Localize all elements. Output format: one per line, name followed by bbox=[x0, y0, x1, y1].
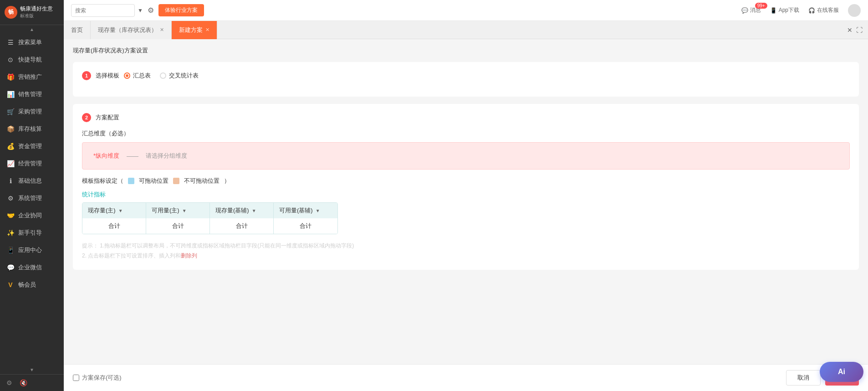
step2-number: 2 bbox=[82, 113, 91, 122]
step1-title: 选择模板 bbox=[96, 72, 119, 80]
user-avatar[interactable] bbox=[848, 4, 861, 17]
sidebar-item-finance[interactable]: 💰 资金管理 bbox=[0, 138, 64, 155]
tab-fullscreen-button[interactable]: ⛶ bbox=[856, 26, 863, 34]
ai-float-button[interactable]: Ai bbox=[820, 362, 863, 382]
appstore-icon: 📱 bbox=[6, 246, 15, 254]
radio-cross-label: 交叉统计表 bbox=[169, 72, 199, 80]
step2-header: 2 方案配置 bbox=[82, 113, 850, 122]
message-badge: 99+ bbox=[755, 3, 767, 9]
sidebar-item-label: 企业协同 bbox=[18, 211, 42, 220]
tip-2: 2. 点击标题栏下拉可设置排序、插入列和删除列 bbox=[82, 251, 850, 261]
topbar-settings-button[interactable]: ⚙ bbox=[148, 6, 154, 15]
indicator-fixed-label: 不可拖动位置 bbox=[184, 177, 220, 185]
sidebar-item-marketing[interactable]: 🎁 营销推广 bbox=[0, 68, 64, 86]
search-dropdown-button[interactable]: ▼ bbox=[138, 7, 143, 14]
sidebar-item-search[interactable]: ☰ 搜索菜单 bbox=[0, 34, 64, 51]
dimension-placeholder: 请选择分组维度 bbox=[146, 152, 187, 160]
sidebar-item-management[interactable]: 📈 经营管理 bbox=[0, 155, 64, 172]
topbar-search-area: ▼ bbox=[71, 4, 143, 17]
col-chevron-0[interactable]: ▼ bbox=[118, 208, 123, 213]
tab-expand-area: ✕ ⛶ bbox=[842, 26, 868, 34]
sidebar-item-wechat[interactable]: 💬 企业微信 bbox=[0, 259, 64, 276]
wechat-icon: 💬 bbox=[6, 263, 15, 272]
stats-table-body: 合计 合计 合计 合计 bbox=[82, 218, 337, 234]
indicator-settings-label: 模板指标设定（ bbox=[82, 177, 123, 185]
col-chevron-1[interactable]: ▼ bbox=[182, 208, 187, 213]
indicator-draggable-label: 可拖动位置 bbox=[139, 177, 168, 185]
tips-section: 提示： 1.拖动标题栏可以调整布局，不可跨维度或指标区域拖动栏目字段(只能在同一… bbox=[82, 241, 850, 261]
stats-col-body-1: 合计 bbox=[146, 218, 210, 234]
sidebar-item-enterprise[interactable]: 🤝 企业协同 bbox=[0, 207, 64, 224]
ai-float-label: Ai bbox=[838, 368, 845, 376]
tab-inventory-label: 现存量（库存状况表） bbox=[98, 26, 157, 34]
purchase-icon: 🛒 bbox=[6, 108, 15, 116]
radio-cross-circle bbox=[160, 72, 166, 79]
step2-card: 2 方案配置 汇总维度（必选） *纵向维度 —— 请选择分组维度 模板指标设定（… bbox=[73, 104, 859, 270]
sidebar-item-inventory[interactable]: 📦 库存核算 bbox=[0, 120, 64, 138]
col-chevron-3[interactable]: ▼ bbox=[316, 208, 320, 213]
tab-new-plan[interactable]: 新建方案 ✕ bbox=[172, 21, 217, 39]
dimension-box[interactable]: *纵向维度 —— 请选择分组维度 bbox=[82, 142, 850, 170]
sidebar-item-label: 系统管理 bbox=[18, 194, 42, 202]
app-logo-icon: 畅 bbox=[5, 6, 17, 19]
settings-footer-icon[interactable]: ⚙ bbox=[6, 379, 12, 386]
sidebar-item-label: 经营管理 bbox=[18, 159, 42, 168]
save-label: 方案保存(可选) bbox=[82, 374, 122, 382]
management-icon: 📈 bbox=[6, 159, 15, 168]
sidebar-item-sales[interactable]: 📊 销售管理 bbox=[0, 86, 64, 103]
cancel-button[interactable]: 取消 bbox=[786, 370, 821, 386]
tab-new-plan-close-icon[interactable]: ✕ bbox=[205, 27, 209, 33]
stats-table-header: 现存量(主) ▼ 可用量(主) ▼ 现存量(基辅) ▼ 可用量(基辅) bbox=[82, 203, 337, 218]
sidebar-scroll-up[interactable]: ▲ bbox=[0, 25, 64, 34]
radio-cross-table[interactable]: 交叉统计表 bbox=[160, 72, 199, 80]
sidebar-item-label: 畅会员 bbox=[18, 281, 36, 289]
tab-inventory-close-icon[interactable]: ✕ bbox=[160, 27, 164, 33]
sidebar-logo: 畅 畅康通好生意 标准版 bbox=[0, 0, 64, 25]
sidebar-item-shortcuts[interactable]: ⊙ 快捷导航 bbox=[0, 51, 64, 68]
stats-col-label-1: 可用量(主) bbox=[152, 206, 179, 215]
online-service-button[interactable]: 🎧 在线客服 bbox=[808, 6, 839, 14]
search-menu-icon: ☰ bbox=[6, 38, 15, 46]
app-version: 标准版 bbox=[20, 13, 53, 19]
stats-col-header-2[interactable]: 现存量(基辅) ▼ bbox=[210, 203, 274, 218]
search-input[interactable] bbox=[71, 4, 135, 17]
sound-footer-icon[interactable]: 🔇 bbox=[20, 379, 27, 386]
indicator-settings-row: 模板指标设定（ 可拖动位置 不可拖动位置 ） bbox=[82, 177, 850, 185]
sidebar-item-guide[interactable]: ✨ 新手引导 bbox=[0, 224, 64, 242]
sidebar-item-system[interactable]: ⚙ 系统管理 bbox=[0, 190, 64, 207]
stats-col-header-0[interactable]: 现存量(主) ▼ bbox=[82, 203, 146, 218]
sidebar-item-label: 库存核算 bbox=[18, 125, 42, 133]
tab-inventory[interactable]: 现存量（库存状况表） ✕ bbox=[91, 21, 172, 39]
dimension-dash: —— bbox=[127, 153, 138, 159]
tab-home[interactable]: 首页 bbox=[64, 21, 91, 39]
tip-1: 提示： 1.拖动标题栏可以调整布局，不可跨维度或指标区域拖动栏目字段(只能在同一… bbox=[82, 241, 850, 251]
stats-table: 现存量(主) ▼ 可用量(主) ▼ 现存量(基辅) ▼ 可用量(基辅) bbox=[82, 202, 338, 234]
shortcuts-icon: ⊙ bbox=[6, 56, 15, 64]
sidebar-item-label: 营销推广 bbox=[18, 73, 42, 81]
stats-col-header-1[interactable]: 可用量(主) ▼ bbox=[146, 203, 210, 218]
dimension-section-label: 汇总维度（必选） bbox=[82, 129, 850, 138]
sidebar-item-purchase[interactable]: 🛒 采购管理 bbox=[0, 103, 64, 120]
marketing-icon: 🎁 bbox=[6, 73, 15, 81]
app-download-button[interactable]: 📱 App下载 bbox=[770, 6, 799, 14]
tab-close-all-button[interactable]: ✕ bbox=[847, 26, 853, 34]
sidebar-item-appstore[interactable]: 📱 应用中心 bbox=[0, 242, 64, 259]
system-icon: ⚙ bbox=[6, 194, 15, 202]
step1-number: 1 bbox=[82, 71, 91, 80]
message-button[interactable]: 💬 消息 99+ bbox=[741, 6, 761, 14]
sidebar-scroll-down[interactable]: ▼ bbox=[0, 365, 64, 374]
stats-col-header-3[interactable]: 可用量(基辅) ▼ bbox=[274, 203, 337, 218]
col-chevron-2[interactable]: ▼ bbox=[252, 208, 256, 213]
sidebar-item-label: 搜索菜单 bbox=[18, 38, 42, 46]
footer-bar: 方案保存(可选) 取消 查询 bbox=[64, 364, 868, 391]
sidebar-item-label: 应用中心 bbox=[18, 246, 42, 254]
trial-button[interactable]: 体验行业方案 bbox=[158, 4, 204, 16]
save-checkbox[interactable] bbox=[73, 375, 79, 381]
radio-summary-table[interactable]: 汇总表 bbox=[124, 72, 151, 80]
sidebar-item-basic-info[interactable]: ℹ 基础信息 bbox=[0, 172, 64, 190]
sidebar-item-label: 采购管理 bbox=[18, 108, 42, 116]
sidebar-item-member[interactable]: V 畅会员 bbox=[0, 276, 64, 293]
step1-card: 1 选择模板 汇总表 交叉统计表 bbox=[73, 62, 859, 97]
tabbar: 首页 现存量（库存状况表） ✕ 新建方案 ✕ ✕ ⛶ bbox=[64, 21, 868, 39]
service-icon: 🎧 bbox=[808, 7, 815, 14]
